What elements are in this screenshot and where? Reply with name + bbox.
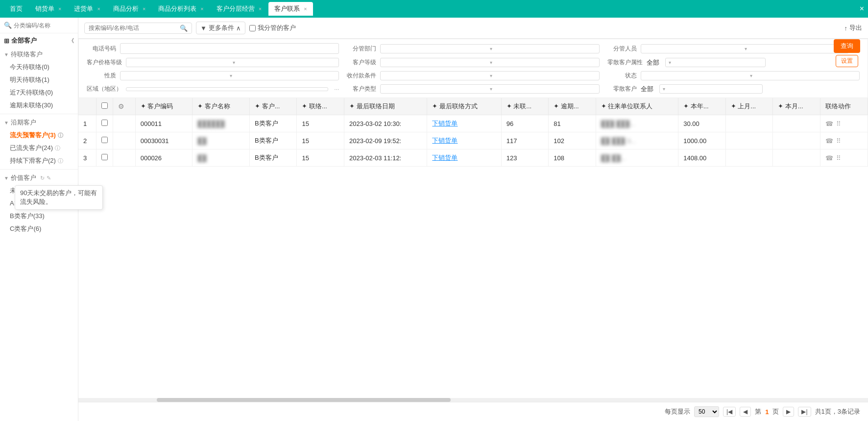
- col-last-contact-date[interactable]: ✦ 最后联络日期: [344, 98, 427, 115]
- person-select[interactable]: ▾: [641, 44, 849, 53]
- sidebar-item-churn-warning[interactable]: 流失预警客户(3) ⓘ: [0, 129, 78, 142]
- filter-search-button[interactable]: 🔍: [180, 25, 188, 32]
- col-this-month[interactable]: ✦ 本月...: [773, 98, 820, 115]
- prev-page-button[interactable]: ◀: [740, 407, 751, 417]
- sidebar-item-already-churned[interactable]: 已流失客户(24) ⓘ: [0, 142, 78, 154]
- export-button[interactable]: ↑ 导出: [844, 24, 863, 32]
- tab-customer-contact[interactable]: 客户联系 ×: [268, 2, 313, 16]
- tab-home[interactable]: 首页: [4, 2, 28, 16]
- col-this-year[interactable]: ✦ 本年...: [678, 98, 725, 115]
- col-gear[interactable]: ⚙: [113, 98, 135, 115]
- tab-purchase[interactable]: 进货单 ×: [68, 2, 106, 16]
- value-customers-group[interactable]: ▼ 价值客户 ↻ ✎: [0, 172, 78, 184]
- sidebar-item-declining-customers[interactable]: 持续下滑客户(2) ⓘ: [0, 154, 78, 167]
- query-button[interactable]: 查询: [834, 39, 860, 53]
- horizontal-scrollbar[interactable]: [78, 398, 868, 402]
- col-select-all[interactable]: [96, 98, 113, 115]
- price-level-select[interactable]: ▾: [126, 58, 339, 67]
- cell-checkbox-1[interactable]: [96, 132, 113, 149]
- col-contact[interactable]: ✦ 联络...: [297, 98, 344, 115]
- col-code[interactable]: ✦ 客户编码: [135, 98, 193, 115]
- close-purchase-icon[interactable]: ×: [97, 6, 100, 12]
- retail-customer-select[interactable]: ▾: [659, 84, 763, 94]
- col-last-month[interactable]: ✦ 上月...: [725, 98, 772, 115]
- first-page-button[interactable]: |◀: [723, 407, 736, 417]
- contact-icon-0[interactable]: ☎: [825, 120, 833, 127]
- tab-sales[interactable]: 销货单 ×: [29, 2, 67, 16]
- cell-checkbox-2[interactable]: [96, 149, 113, 167]
- close-sales-icon[interactable]: ×: [58, 6, 61, 12]
- refresh-icon[interactable]: ↻: [40, 175, 45, 181]
- customer-level-select[interactable]: ▾: [380, 58, 599, 67]
- cell-action-2[interactable]: ☎ ⠿: [820, 149, 868, 167]
- tab-goods-analysis[interactable]: 商品分析 ×: [107, 2, 151, 16]
- next-page-button[interactable]: ▶: [783, 407, 794, 417]
- cell-action-0[interactable]: ☎ ⠿: [820, 115, 868, 132]
- col-unit-contact[interactable]: ✦ 往来单位联系人: [596, 98, 678, 115]
- customer-type-select[interactable]: ▾: [380, 84, 599, 94]
- tab-customer-tier[interactable]: 客户分层经营 ×: [211, 2, 267, 16]
- cell-gear-2: [113, 149, 135, 167]
- more-icon-0[interactable]: ⠿: [836, 120, 841, 127]
- contact-icon-1[interactable]: ☎: [825, 137, 833, 145]
- filter-search-box[interactable]: 🔍: [84, 23, 192, 34]
- per-page-select[interactable]: 50 20 100 200: [694, 406, 719, 417]
- close-customer-contact-icon[interactable]: ×: [304, 6, 307, 12]
- my-customers-checkbox-label[interactable]: 我分管的客户: [249, 24, 296, 32]
- close-goods-analysis-icon[interactable]: ×: [143, 6, 145, 12]
- sidebar-item-tomorrow-contact[interactable]: 明天待联络(1): [0, 74, 78, 86]
- sidebar-item-today-contact[interactable]: 今天待联络(0): [0, 61, 78, 74]
- row-checkbox-2[interactable]: [101, 154, 108, 160]
- sidebar-search-box[interactable]: 🔍: [0, 18, 78, 33]
- cell-this-month-0: [773, 115, 820, 132]
- row-checkbox-1[interactable]: [101, 137, 108, 143]
- cell-method-2[interactable]: 下销货单: [427, 149, 501, 167]
- close-goods-analysis-list-icon[interactable]: ×: [200, 6, 203, 12]
- row-checkbox-0[interactable]: [101, 120, 108, 126]
- filter-row-price-level: 客户价格等级 ▾: [87, 58, 339, 67]
- cell-checkbox-0[interactable]: [96, 115, 113, 132]
- col-name[interactable]: ✦ 客户名称: [193, 98, 250, 115]
- churn-customers-group[interactable]: ▼ 沿期客户: [0, 116, 78, 129]
- retail-attribute-select[interactable]: ▾: [665, 58, 766, 67]
- more-icon-1[interactable]: ⠿: [836, 137, 841, 145]
- col-type[interactable]: ✦ 客户...: [250, 98, 297, 115]
- filter-toolbar: 🔍 ▼ 更多条件 ∧ 我分管的客户 ↑ 导出: [78, 18, 868, 39]
- filter-search-input[interactable]: [89, 25, 177, 31]
- sidebar-item-class-c[interactable]: C类客户(6): [0, 223, 78, 235]
- region-more-icon[interactable]: ···: [334, 86, 339, 93]
- sidebar-item-7days-contact[interactable]: 近7天待联络(0): [0, 86, 78, 99]
- phone-input[interactable]: [120, 43, 339, 54]
- window-close-icon[interactable]: ×: [860, 4, 864, 13]
- action-icons-1[interactable]: ☎ ⠿: [825, 137, 863, 145]
- edit-icon[interactable]: ✎: [47, 175, 51, 181]
- more-conditions-button[interactable]: ▼ 更多条件 ∧: [196, 22, 245, 34]
- cell-method-0[interactable]: 下销货单: [427, 115, 501, 132]
- action-icons-2[interactable]: ☎ ⠿: [825, 154, 863, 162]
- status-select[interactable]: ▾: [641, 71, 860, 80]
- nature-select[interactable]: ▾: [120, 71, 339, 80]
- all-customers-header[interactable]: ⊞ 全部客户 《: [0, 33, 78, 48]
- cell-method-1[interactable]: 下销货单: [427, 132, 501, 149]
- sidebar-search-input[interactable]: [14, 22, 74, 29]
- more-icon-2[interactable]: ⠿: [836, 154, 841, 162]
- close-customer-tier-icon[interactable]: ×: [259, 6, 262, 12]
- settings-button[interactable]: 设置: [836, 55, 858, 67]
- col-uncontacted[interactable]: ✦ 未联...: [501, 98, 548, 115]
- dept-select[interactable]: ▾: [380, 44, 599, 53]
- col-overdue[interactable]: ✦ 逾期...: [549, 98, 596, 115]
- my-customers-checkbox[interactable]: [249, 25, 256, 31]
- sidebar-item-class-b[interactable]: B类客户(33): [0, 210, 78, 223]
- tab-goods-analysis-list[interactable]: 商品分析列表 ×: [152, 2, 209, 16]
- sidebar-item-overdue-contact[interactable]: 逾期未联络(30): [0, 99, 78, 112]
- cell-action-1[interactable]: ☎ ⠿: [820, 132, 868, 149]
- scrollbar-thumb[interactable]: [157, 398, 451, 402]
- select-all-checkbox[interactable]: [101, 102, 108, 109]
- pending-contact-group[interactable]: ▼ 待联络客户: [0, 48, 78, 61]
- contact-icon-2[interactable]: ☎: [825, 154, 833, 162]
- region-select[interactable]: [126, 87, 328, 91]
- last-page-button[interactable]: ▶|: [798, 407, 811, 417]
- payment-select[interactable]: ▾: [380, 71, 599, 80]
- col-last-contact-method[interactable]: ✦ 最后联络方式: [427, 98, 501, 115]
- action-icons-0[interactable]: ☎ ⠿: [825, 120, 863, 127]
